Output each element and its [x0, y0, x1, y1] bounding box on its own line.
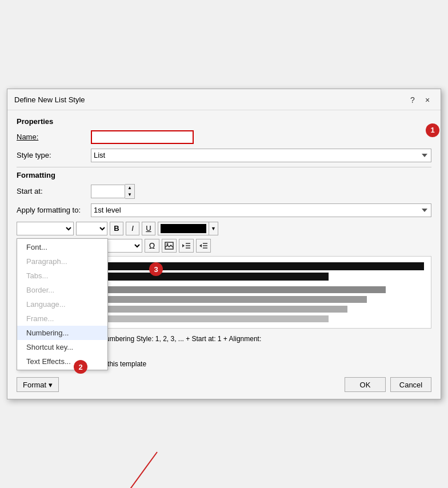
increase-indent-icon	[199, 242, 208, 250]
title-bar: Define New List Style ? ×	[7, 89, 441, 110]
svg-marker-17	[182, 244, 185, 247]
dialog-title: Define New List Style	[14, 95, 85, 104]
bold-button[interactable]: B	[110, 222, 123, 235]
color-dropdown-arrow[interactable]: ▼	[209, 222, 218, 235]
name-row: Name: heading style 1	[17, 130, 431, 144]
name-label: Name:	[17, 133, 91, 141]
dropdown-text-effects[interactable]: Text Effects...	[17, 354, 107, 369]
start-at-input[interactable]: 1	[91, 185, 125, 198]
size-select[interactable]	[76, 222, 107, 235]
spin-buttons: ▲ ▼	[125, 184, 135, 199]
underline-button[interactable]: U	[142, 222, 155, 235]
decrease-indent-icon	[182, 242, 191, 250]
close-button[interactable]: ×	[421, 94, 434, 106]
italic-button[interactable]: I	[126, 222, 139, 235]
dropdown-shortcut[interactable]: Shortcut key...	[17, 340, 107, 354]
color-picker[interactable]: ▼	[158, 222, 218, 235]
font-select[interactable]	[17, 222, 74, 235]
dropdown-border: Border...	[17, 283, 107, 297]
special-char-button[interactable]: Ω	[145, 239, 159, 253]
start-at-row: Start at: 1 ▲ ▼	[17, 184, 431, 199]
apply-formatting-select[interactable]: 1st level 2nd level 3rd level	[91, 203, 431, 217]
font-toolbar-row: B I U ▼	[17, 222, 431, 235]
picture-icon	[165, 242, 174, 250]
ok-button[interactable]: OK	[345, 377, 386, 392]
style-type-row: Style type: List	[17, 149, 431, 162]
dropdown-tabs: Tabs...	[17, 269, 107, 283]
svg-marker-21	[199, 244, 202, 247]
dropdown-font[interactable]: Font...	[17, 240, 107, 254]
properties-label: Properties	[17, 117, 431, 126]
spin-down-button[interactable]: ▼	[125, 191, 134, 198]
picture-button[interactable]	[162, 239, 177, 253]
dropdown-paragraph: Paragraph...	[17, 254, 107, 269]
color-swatch	[161, 224, 206, 233]
apply-formatting-row: Apply formatting to: 1st level 2nd level…	[17, 203, 431, 217]
format-button[interactable]: Format ▾	[17, 377, 59, 392]
svg-line-24	[122, 452, 157, 488]
format-dropdown-menu: Font... Paragraph... Tabs... Border... L…	[17, 238, 108, 370]
increase-indent-button[interactable]	[196, 239, 211, 253]
name-input-wrapper: heading style 1	[91, 130, 431, 144]
title-controls: ? ×	[406, 94, 434, 106]
formatting-label: Formatting	[17, 171, 431, 179]
spin-up-button[interactable]: ▲	[125, 185, 134, 191]
divider-1	[17, 167, 431, 167]
help-button[interactable]: ?	[406, 94, 419, 106]
start-at-spinner: 1 ▲ ▼	[91, 184, 135, 199]
svg-point-13	[167, 243, 169, 245]
name-input[interactable]: heading style	[91, 130, 194, 144]
dropdown-frame: Frame...	[17, 311, 107, 326]
style-type-select[interactable]: List	[91, 149, 431, 162]
bottom-row: Format ▾ OK Cancel	[17, 375, 431, 392]
start-at-label: Start at:	[17, 187, 91, 195]
dropdown-language: Language...	[17, 297, 107, 311]
cancel-button[interactable]: Cancel	[390, 377, 431, 392]
style-type-label: Style type:	[17, 151, 91, 159]
apply-formatting-label: Apply formatting to:	[17, 206, 91, 214]
decrease-indent-button[interactable]	[179, 239, 194, 253]
dropdown-numbering[interactable]: Numbering...	[17, 326, 107, 340]
ok-cancel-group: OK Cancel	[345, 377, 431, 392]
